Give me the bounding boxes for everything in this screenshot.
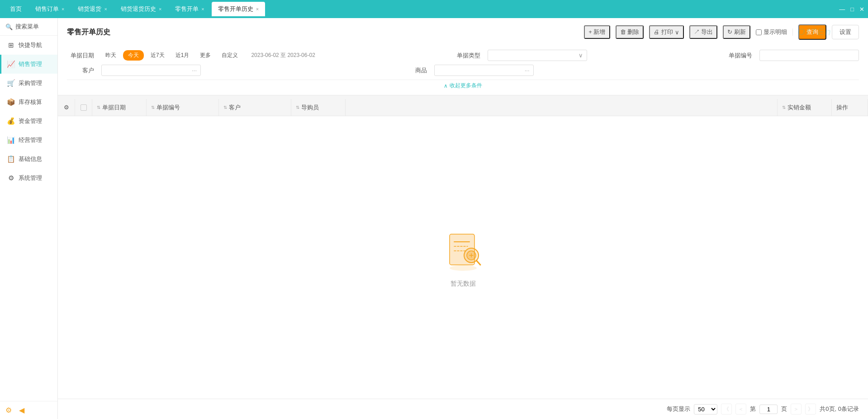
svg-line-8 — [476, 260, 480, 265]
tab-home[interactable]: 首页 — [4, 2, 28, 16]
first-page-btn[interactable]: 《 — [721, 404, 732, 414]
query-button[interactable]: 查询 — [798, 24, 826, 40]
sidebar-item-finance[interactable]: 💰 资金管理 — [0, 112, 57, 131]
tab-retail-open[interactable]: 零售开单× — [169, 2, 210, 16]
date-filter-label: 单据日期 — [67, 52, 94, 60]
tab-close-retail-open-history[interactable]: × — [256, 6, 259, 12]
date-range-text: 2023-06-02 至 2023-06-02 — [251, 52, 315, 59]
th-operation: 操作 — [832, 99, 868, 116]
goods-input[interactable] — [438, 67, 523, 74]
goods-label: 商品 — [400, 66, 427, 75]
customer-input[interactable] — [105, 67, 190, 74]
th-customer[interactable]: ⇅ 客户 — [219, 99, 291, 116]
sidebar-item-operations[interactable]: 📊 经营管理 — [0, 131, 57, 150]
tab-close-sales-order[interactable]: × — [62, 6, 64, 12]
sidebar-item-quick-nav[interactable]: ⊞ 快捷导航 — [0, 36, 57, 55]
sidebar-item-system[interactable]: ⚙ 系统管理 — [0, 169, 57, 188]
customer-dots[interactable]: ··· — [192, 67, 197, 74]
th-billno-label: 单据编号 — [157, 104, 180, 112]
date-btn-yesterday[interactable]: 昨天 — [101, 50, 120, 61]
customer-input-wrapper[interactable]: ··· — [101, 65, 201, 76]
sidebar-item-basic-info[interactable]: 📋 基础信息 — [0, 150, 57, 169]
th-date[interactable]: ⇅ 单据日期 — [92, 99, 147, 116]
th-checkbox[interactable] — [75, 99, 92, 116]
print-arrow-icon: ∨ — [675, 29, 679, 36]
sidebar-collapse-icon[interactable]: ◀ — [19, 406, 24, 414]
display-detail-checkbox[interactable] — [756, 29, 762, 35]
sidebar-items: ⊞ 快捷导航 📈 销售管理 🛒 采购管理 📦 库存核算 💰 资金管理 📊 经营管… — [0, 36, 57, 188]
date-btn-last1m[interactable]: 近1月 — [171, 50, 194, 61]
print-button[interactable]: 🖨 打印 ∨ — [649, 25, 684, 39]
display-detail-toggle[interactable]: 显示明细 — [756, 28, 787, 36]
sort-icon-date: ⇅ — [97, 105, 100, 110]
filter-row-customer: 客户 ··· 商品 ··· — [67, 65, 859, 76]
sidebar-item-purchase-mgmt[interactable]: 🛒 采购管理 — [0, 74, 57, 93]
date-btn-today[interactable]: 今天 — [123, 50, 144, 61]
bill-type-label: 单据类型 — [453, 52, 480, 60]
window-minimize[interactable]: — — [839, 6, 845, 13]
tab-label-retail-open-history: 零售开单历史 — [218, 5, 253, 13]
tab-label-sales-return: 销货退货 — [78, 5, 101, 13]
collapse-bar[interactable]: ∧ 收起更多条件 — [67, 80, 859, 91]
gear-icon: ⚙ — [64, 104, 69, 111]
goods-dots[interactable]: ··· — [525, 67, 530, 74]
sort-icon-billno: ⇅ — [151, 105, 155, 110]
sort-icon-salesperson: ⇅ — [296, 105, 299, 110]
select-all-checkbox[interactable] — [81, 104, 87, 111]
next-page-btn[interactable]: ＞ — [791, 404, 802, 414]
bill-type-select[interactable]: ∨ — [488, 50, 587, 61]
sidebar-item-inventory[interactable]: 📦 库存核算 — [0, 93, 57, 112]
th-date-label: 单据日期 — [102, 104, 126, 112]
search-icon: 🔍 — [5, 24, 13, 30]
date-btn-custom[interactable]: 自定义 — [218, 50, 242, 61]
tab-label-retail-open: 零售开单 — [175, 5, 199, 13]
tab-retail-open-history[interactable]: 零售开单历史× — [212, 2, 265, 16]
th-billno[interactable]: ⇅ 单据编号 — [147, 99, 219, 116]
window-close[interactable]: ✕ — [859, 6, 864, 13]
th-amount[interactable]: ⇅ 实销金额 — [778, 99, 832, 116]
settings-button[interactable]: 设置 — [832, 25, 859, 39]
prev-page-icon: ＜ — [738, 405, 744, 413]
sort-icon-amount: ⇅ — [782, 105, 786, 110]
export-button[interactable]: ↗ 导出 — [689, 25, 718, 39]
tab-close-retail-open[interactable]: × — [201, 6, 204, 12]
last-page-btn[interactable]: 》 — [805, 404, 816, 414]
tab-sales-return[interactable]: 销货退货× — [71, 2, 113, 16]
date-btn-last7[interactable]: 近7天 — [147, 50, 169, 61]
delete-button[interactable]: 🗑 删除 — [616, 25, 644, 39]
tab-close-sales-return-history[interactable]: × — [159, 6, 161, 12]
current-page-input[interactable] — [759, 405, 778, 414]
sidebar-search[interactable]: 🔍 搜索菜单 — [0, 18, 57, 36]
tab-sales-order[interactable]: 销售订单× — [29, 2, 71, 16]
per-page-select[interactable]: 50 10 20 100 — [694, 404, 717, 414]
next-page-icon: ＞ — [793, 405, 799, 413]
bill-no-input[interactable] — [759, 50, 859, 61]
tabs-container: 首页销售订单×销货退货×销货退货历史×零售开单×零售开单历史× — [4, 2, 266, 16]
refresh-button[interactable]: ↻ 刷新 — [723, 25, 750, 39]
pagination: 每页显示 50 10 20 100 《 ＜ 第 页 ＞ — [58, 399, 868, 419]
sidebar-icon-operations: 📊 — [7, 136, 15, 144]
sidebar-label-system: 系统管理 — [19, 174, 42, 182]
tab-label-sales-order: 销售订单 — [35, 5, 59, 13]
prev-page-btn[interactable]: ＜ — [735, 404, 746, 414]
first-page-icon: 《 — [724, 405, 729, 413]
sidebar-icon-finance: 💰 — [7, 117, 15, 125]
add-button[interactable]: + 新增 — [584, 25, 610, 39]
svg-point-0 — [450, 265, 477, 271]
empty-icon — [441, 227, 486, 273]
sidebar-label-finance: 资金管理 — [19, 117, 42, 125]
empty-state: 暂无数据 — [58, 116, 868, 399]
goods-input-wrapper[interactable]: ··· — [434, 65, 534, 76]
tab-close-sales-return[interactable]: × — [104, 6, 107, 12]
sidebar-settings-icon[interactable]: ⚙ — [5, 406, 12, 414]
date-btn-more[interactable]: 更多 — [196, 50, 215, 61]
display-detail-label: 显示明细 — [764, 28, 787, 36]
tab-label-home: 首页 — [10, 5, 22, 13]
th-salesperson[interactable]: ⇅ 导购员 — [291, 99, 346, 116]
window-maximize[interactable]: □ — [850, 6, 854, 13]
tab-sales-return-history[interactable]: 销货退货历史× — [114, 2, 168, 16]
sidebar-item-sales-mgmt[interactable]: 📈 销售管理 — [0, 55, 57, 74]
th-operation-label: 操作 — [836, 104, 848, 112]
th-gear[interactable]: ⚙ — [58, 99, 75, 116]
filter-area: 单据日期 昨天今天近7天近1月更多自定义 2023-06-02 至 2023-0… — [67, 45, 859, 95]
